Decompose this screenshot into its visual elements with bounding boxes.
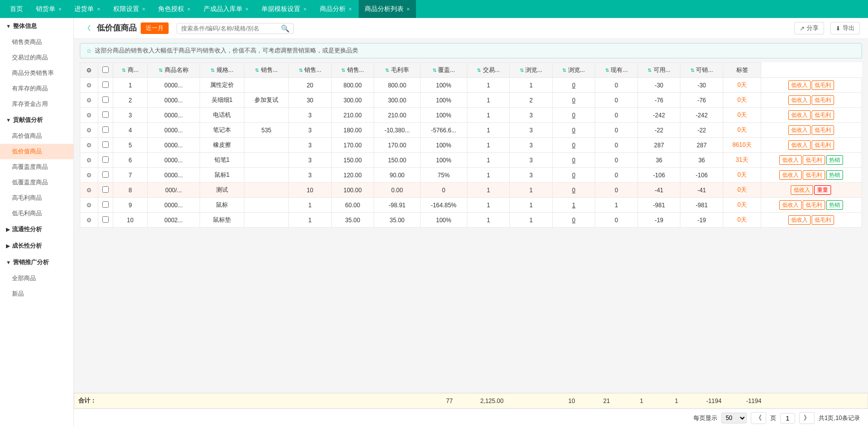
select-all-checkbox[interactable] <box>102 66 109 73</box>
row-checkbox[interactable] <box>102 126 109 133</box>
view2-column-header[interactable]: ⇅ 浏览... <box>552 63 595 78</box>
row-checkbox[interactable] <box>102 186 109 193</box>
sidebar-item-sales-goods[interactable]: 销售类商品 <box>0 34 73 50</box>
sale-qty-column-header[interactable]: ⇅ 销售... <box>244 63 288 78</box>
sidebar-item-high-value[interactable]: 高价值商品 <box>0 128 73 144</box>
row-checkbox[interactable] <box>102 201 109 208</box>
row-checkbox[interactable] <box>102 216 109 223</box>
view1[interactable]: 0 <box>552 108 595 123</box>
code-column-header[interactable]: ⇅ 商... <box>113 63 148 78</box>
spec-column-header[interactable]: ⇅ 规格... <box>200 63 244 78</box>
sale-price-column-header[interactable]: ⇅ 销售... <box>289 63 332 78</box>
settings-icon[interactable]: ⚙ <box>86 157 92 164</box>
sidebar-group-contribution[interactable]: ▼ 贡献值分析 <box>0 112 73 128</box>
row-checkbox[interactable] <box>102 171 109 178</box>
close-icon[interactable]: × <box>407 6 410 12</box>
sidebar-item-inventory-capital[interactable]: 库存资金占用 <box>0 96 73 112</box>
settings-icon[interactable]: ⚙ <box>86 172 92 179</box>
sidebar-item-high-coverage[interactable]: 高覆盖度商品 <box>0 159 73 175</box>
settings-icon[interactable]: ⚙ <box>86 142 92 149</box>
page-number-input[interactable] <box>780 413 795 424</box>
checkbox-cell[interactable] <box>98 108 113 123</box>
export-button[interactable]: ⬇ 导出 <box>830 22 860 34</box>
settings-icon[interactable]: ⚙ <box>86 112 92 119</box>
row-checkbox[interactable] <box>102 111 109 118</box>
row-checkbox[interactable] <box>102 81 109 88</box>
sidebar-group-circulation[interactable]: ▶ 流通性分析 <box>0 221 73 238</box>
nav-permission[interactable]: 权限设置 × <box>107 0 151 18</box>
settings-column-header[interactable]: ⚙ <box>80 63 98 78</box>
checkbox-cell[interactable] <box>98 78 113 93</box>
sidebar-item-high-margin[interactable]: 高毛利商品 <box>0 190 73 206</box>
search-input[interactable] <box>181 25 281 32</box>
page-size-select[interactable]: 50 100 200 <box>721 413 747 424</box>
view-link[interactable]: 1 <box>572 202 576 209</box>
checkbox-cell[interactable] <box>98 213 113 228</box>
nav-role-auth[interactable]: 角色授权 × <box>152 0 196 18</box>
settings-icon[interactable]: ⚙ <box>86 217 92 224</box>
nav-sales-order[interactable]: 销货单 × <box>30 0 67 18</box>
available-column-header[interactable]: ⇅ 可用... <box>638 63 680 78</box>
nav-template-settings[interactable]: 单据模板设置 × <box>255 0 312 18</box>
row-checkbox[interactable] <box>102 141 109 148</box>
close-icon[interactable]: × <box>349 6 352 12</box>
view-link[interactable]: 0 <box>572 82 576 89</box>
view-link[interactable]: 0 <box>572 172 576 179</box>
view1[interactable]: 0 <box>552 78 595 93</box>
checkbox-cell[interactable] <box>98 198 113 213</box>
view1[interactable]: 1 <box>552 198 595 213</box>
sidebar-group-marketing[interactable]: ▼ 营销推广分析 <box>0 254 73 271</box>
checkbox-cell[interactable] <box>98 93 113 108</box>
checkbox-cell[interactable] <box>98 153 113 168</box>
coverage-column-header[interactable]: ⇅ 覆盖... <box>420 63 467 78</box>
nav-purchase-order[interactable]: 进货单 × <box>68 0 106 18</box>
nav-product-analysis[interactable]: 商品分析 × <box>314 0 358 18</box>
checkbox-cell[interactable] <box>98 168 113 183</box>
close-icon[interactable]: × <box>187 6 190 12</box>
filter-period-button[interactable]: 近一月 <box>141 22 169 34</box>
view1-column-header[interactable]: ⇅ 浏览... <box>510 63 553 78</box>
sidebar-item-new-goods[interactable]: 新品 <box>0 286 73 302</box>
settings-icon[interactable]: ⚙ <box>86 187 92 194</box>
sidebar-group-overall[interactable]: ▼ 整体信息 <box>0 18 73 34</box>
nav-home[interactable]: 首页 <box>4 0 29 18</box>
view-link[interactable]: 0 <box>572 112 576 119</box>
close-icon[interactable]: × <box>97 6 100 12</box>
close-icon[interactable]: × <box>245 6 248 12</box>
nav-product-analysis-list[interactable]: 商品分析列表 × <box>359 0 416 18</box>
sidebar-item-low-margin[interactable]: 低毛利商品 <box>0 206 73 221</box>
current-stock-column-header[interactable]: ⇅ 现有... <box>595 63 638 78</box>
search-icon[interactable]: 🔍 <box>281 24 289 32</box>
data-table-container[interactable]: ⚙ ⇅ 商... ⇅ 商品名称 ⇅ 规格... ⇅ 销售... ⇅ 销售... … <box>80 62 862 393</box>
view1[interactable]: 0 <box>552 213 595 228</box>
view-link[interactable]: 0 <box>572 97 576 104</box>
saleable-column-header[interactable]: ⇅ 可销... <box>680 63 723 78</box>
sidebar-group-growth[interactable]: ▶ 成长性分析 <box>0 238 73 254</box>
sidebar-item-traded-goods[interactable]: 交易过的商品 <box>0 50 73 65</box>
sidebar-item-low-coverage[interactable]: 低覆盖度商品 <box>0 175 73 190</box>
sale-amount-column-header[interactable]: ⇅ 销售... <box>331 63 374 78</box>
sidebar-item-low-value[interactable]: 低价值商品 <box>0 144 73 159</box>
gross-rate-column-header[interactable]: ⇅ 毛利率 <box>374 63 421 78</box>
checkbox-cell[interactable] <box>98 138 113 153</box>
view-link[interactable]: 0 <box>572 217 576 224</box>
sidebar-item-stocked-goods[interactable]: 有库存的商品 <box>0 81 73 96</box>
close-icon[interactable]: × <box>303 6 306 12</box>
close-icon[interactable]: × <box>142 6 145 12</box>
view1[interactable]: 0 <box>552 168 595 183</box>
sidebar-item-all-goods[interactable]: 全部商品 <box>0 271 73 286</box>
trade-column-header[interactable]: ⇅ 交易... <box>467 63 510 78</box>
nav-finished-goods[interactable]: 产成品入库单 × <box>198 0 254 18</box>
view-link[interactable]: 0 <box>572 187 576 194</box>
view1[interactable]: 0 <box>552 153 595 168</box>
settings-icon[interactable]: ⚙ <box>86 97 92 104</box>
row-checkbox[interactable] <box>102 96 109 103</box>
view1[interactable]: 0 <box>552 93 595 108</box>
view1[interactable]: 0 <box>552 123 595 138</box>
view-link[interactable]: 0 <box>572 127 576 134</box>
first-page-button[interactable]: 《 <box>751 412 766 424</box>
close-icon[interactable]: × <box>58 6 61 12</box>
share-button[interactable]: ↗ 分享 <box>794 22 824 34</box>
view-link[interactable]: 0 <box>572 142 576 149</box>
collapse-sidebar-button[interactable]: 《 <box>82 23 93 34</box>
